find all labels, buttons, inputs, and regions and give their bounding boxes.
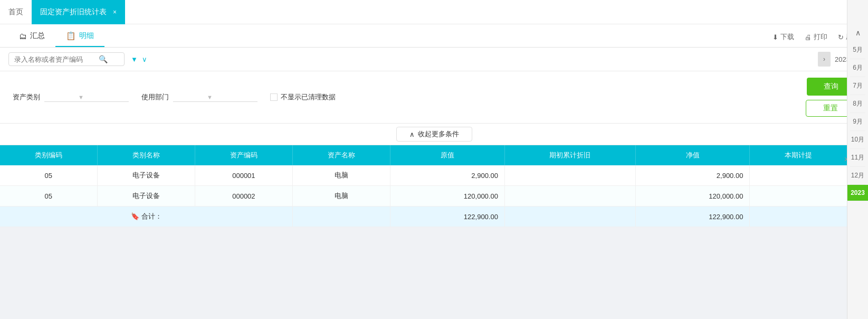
data-table: 类别编码 类别名称 资产编码 资产名称 原值 期初累计折旧 净值 本期计提 05… — [0, 145, 847, 227]
sidebar-month-item[interactable]: 9月 — [850, 113, 865, 131]
department-select[interactable]: ▼ — [173, 93, 257, 102]
cell-category-code: 05 — [0, 186, 97, 207]
tab-detail-label: 明细 — [79, 31, 94, 41]
filter-area: 资产类别 ▼ 使用部门 ▼ 不显示已清理数据 查询 重置 — [0, 71, 868, 124]
total-original-value: 122,900.00 — [390, 207, 505, 227]
print-label: 打印 — [814, 32, 827, 42]
col-current-period: 本期计提 — [750, 145, 847, 165]
search-bar: 🔍 ▼ ∨ › 2023.01 — [0, 48, 868, 71]
cell-net-value: 120,000.00 — [635, 186, 750, 207]
cell-asset-name: 电脑 — [293, 165, 390, 186]
total-empty — [293, 207, 390, 227]
sidebar-month-item[interactable]: 12月 — [850, 167, 865, 185]
collapse-bar: ∧ 收起更多条件 — [0, 124, 868, 145]
col-accumulated-depreciation: 期初累计折旧 — [504, 145, 635, 165]
hide-cleared-checkbox[interactable]: 不显示已清理数据 — [270, 92, 336, 102]
asset-category-select[interactable]: ▼ — [44, 93, 129, 102]
tab-close-button[interactable]: × — [113, 8, 117, 16]
cell-asset-name: 电脑 — [293, 186, 390, 207]
download-label: 下载 — [780, 32, 794, 42]
tab-summary[interactable]: 🗂 汇总 — [8, 26, 55, 47]
cell-accumulated-depreciation — [504, 186, 635, 207]
asset-category-label: 资产类别 — [13, 92, 40, 102]
top-nav: 首页 固定资产折旧统计表 × × — [0, 0, 868, 24]
more-conditions-button[interactable]: ▼ ∨ — [131, 55, 147, 63]
col-category-code: 类别编码 — [0, 145, 97, 165]
tab-title: 固定资产折旧统计表 — [40, 7, 107, 17]
sidebar-month-item[interactable]: 11月 — [850, 149, 865, 167]
col-net-value: 净值 — [635, 145, 750, 165]
table-header-row: 类别编码 类别名称 资产编码 资产名称 原值 期初累计折旧 净值 本期计提 — [0, 145, 847, 165]
search-icon[interactable]: 🔍 — [99, 55, 108, 63]
filter-icon: ▼ — [131, 55, 138, 63]
cell-asset-code: 000002 — [195, 186, 292, 207]
total-current-period — [750, 207, 847, 227]
download-button[interactable]: ⬇ 下载 — [772, 32, 794, 42]
department-arrow-icon: ▼ — [207, 94, 213, 100]
print-button[interactable]: 🖨 打印 — [805, 32, 827, 42]
panel-arrow-button[interactable]: › — [818, 52, 831, 67]
refresh-icon: ↻ — [838, 33, 844, 41]
sidebar-month-item[interactable]: 7月 — [850, 77, 865, 95]
cell-category-name: 电子设备 — [97, 186, 195, 207]
col-category-name: 类别名称 — [97, 145, 195, 165]
col-asset-name: 资产名称 — [293, 145, 390, 165]
table-container: 类别编码 类别名称 资产编码 资产名称 原值 期初累计折旧 净值 本期计提 05… — [0, 145, 847, 319]
search-input-wrap[interactable]: 🔍 — [8, 52, 125, 66]
table-row: 05 电子设备 000001 电脑 2,900.00 2,900.00 — [0, 165, 847, 186]
sidebar-up-arrow[interactable]: ∧ — [854, 24, 862, 41]
asset-category-filter: 资产类别 ▼ — [13, 92, 129, 102]
asset-category-arrow-icon: ▼ — [78, 94, 84, 100]
cell-original-value: 2,900.00 — [390, 165, 505, 186]
total-accumulated — [504, 207, 635, 227]
sidebar-month-item[interactable]: 8月 — [850, 95, 865, 113]
hide-cleared-label: 不显示已清理数据 — [281, 92, 336, 102]
year-badge: 2023 — [847, 185, 868, 201]
cell-net-value: 2,900.00 — [635, 165, 750, 186]
total-net-value: 122,900.00 — [635, 207, 750, 227]
total-row: 🔖合计： 122,900.00 122,900.00 — [0, 207, 847, 227]
cell-original-value: 120,000.00 — [390, 186, 505, 207]
home-link[interactable]: 首页 — [8, 7, 32, 17]
collapse-button[interactable]: ∧ 收起更多条件 — [396, 127, 472, 142]
col-original-value: 原值 — [390, 145, 505, 165]
sidebar-month-item[interactable]: 6月 — [850, 59, 865, 77]
col-asset-code: 资产编码 — [195, 145, 292, 165]
sidebar-month-item[interactable]: 5月 — [850, 41, 865, 59]
total-label: 🔖合计： — [0, 207, 293, 227]
active-tab: 固定资产折旧统计表 × — [32, 0, 125, 24]
checkbox-box — [270, 93, 278, 101]
download-icon: ⬇ — [772, 33, 778, 41]
tab-summary-label: 汇总 — [30, 31, 45, 41]
collapse-icon: ∧ — [409, 130, 415, 138]
cell-category-code: 05 — [0, 165, 97, 186]
cell-current-period — [750, 165, 847, 186]
filter-row: 资产类别 ▼ 使用部门 ▼ 不显示已清理数据 查询 重置 — [13, 78, 855, 117]
cell-current-period — [750, 186, 847, 207]
tab-detail[interactable]: 📋 明细 — [55, 26, 104, 47]
department-filter: 使用部门 ▼ — [141, 92, 257, 102]
print-icon: 🖨 — [805, 33, 812, 41]
table-row: 05 电子设备 000002 电脑 120,000.00 120,000.00 — [0, 186, 847, 207]
sidebar-month-item[interactable]: 10月 — [850, 131, 865, 149]
collapse-label: 收起更多条件 — [418, 129, 459, 139]
chevron-down-icon: ∨ — [142, 55, 147, 63]
right-sidebar: ∧ 5月6月7月8月9月10月11月12月 2023 — [847, 0, 868, 319]
cell-asset-code: 000001 — [195, 165, 292, 186]
cell-category-name: 电子设备 — [97, 165, 195, 186]
search-input[interactable] — [14, 55, 99, 63]
department-label: 使用部门 — [141, 92, 169, 102]
detail-icon: 📋 — [66, 31, 76, 41]
summary-icon: 🗂 — [19, 32, 27, 41]
cell-accumulated-depreciation — [504, 165, 635, 186]
sub-tabs-bar: 🗂 汇总 📋 明细 ⬇ 下载 🖨 打印 ↻ 刷新 — [0, 24, 868, 48]
